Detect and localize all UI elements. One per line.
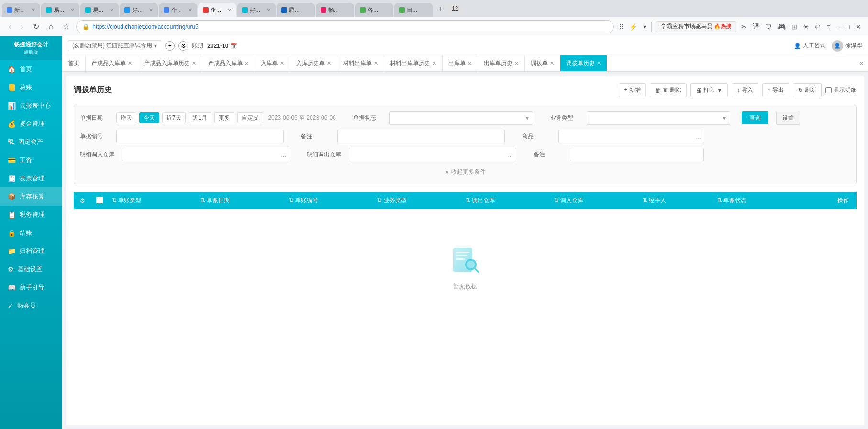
app-tab-in-history-close[interactable]: ✕ <box>327 60 331 66</box>
menu-icon[interactable]: ≡ <box>825 22 831 32</box>
new-tab-btn[interactable]: + <box>434 5 447 12</box>
print-dropdown-arrow[interactable]: ▼ <box>717 87 723 94</box>
delete-button[interactable]: 🗑 🗑 删除 <box>650 83 687 97</box>
app-tab-product-in2[interactable]: 产成品入库单 ✕ <box>202 55 255 71</box>
grid-icon[interactable]: ⊞ <box>790 22 798 32</box>
app-tab-transfer-history-close[interactable]: ✕ <box>597 60 601 66</box>
col-no[interactable]: ⇅ 单账编号 <box>285 192 374 209</box>
date-btn-today[interactable]: 今天 <box>139 112 159 123</box>
col-status[interactable]: ⇅ 单账状态 <box>713 192 802 209</box>
new-button[interactable]: + 新增 <box>619 83 645 97</box>
col-checkbox[interactable] <box>91 192 108 209</box>
tab-count-badge[interactable]: 12 <box>448 4 462 13</box>
app-tab-product-in2-close[interactable]: ✕ <box>245 60 249 66</box>
app-tab-material-out-history-close[interactable]: ✕ <box>432 60 436 66</box>
browser-tab-close-6[interactable]: ✕ <box>227 7 232 13</box>
dropdown-arrow[interactable]: ▾ <box>642 22 647 32</box>
cut-icon[interactable]: ✂ <box>740 22 748 32</box>
date-btn-month[interactable]: 近1月 <box>189 112 212 123</box>
col-biz-type[interactable]: ⇅ 业务类型 <box>373 192 462 209</box>
home-button[interactable]: ⌂ <box>46 21 56 33</box>
translate-icon[interactable]: 译 <box>752 22 760 32</box>
refresh-button[interactable]: ↻ 刷新 <box>793 83 822 97</box>
sidebar-item-tax[interactable]: 📋 税务管理 <box>0 206 62 224</box>
detail-out-dots[interactable]: ... <box>508 151 513 158</box>
sidebar-item-reports[interactable]: 📊 云报表中心 <box>0 97 62 115</box>
detail-out-input[interactable] <box>352 151 508 158</box>
show-all-checkbox[interactable] <box>825 87 832 93</box>
browser-tab-10[interactable]: 各... <box>355 3 393 17</box>
collapse-button[interactable]: ∧ 收起更多条件 <box>443 166 488 178</box>
browser-tab-close-3[interactable]: ✕ <box>110 7 114 13</box>
order-no-input[interactable] <box>116 130 284 143</box>
sidebar-item-funds[interactable]: 💰 资金管理 <box>0 115 62 133</box>
select-all-checkbox[interactable] <box>96 197 103 203</box>
detail-remark-input[interactable] <box>570 148 704 161</box>
sidebar-item-invoice[interactable]: 🧾 发票管理 <box>0 169 62 187</box>
back-button[interactable]: ‹ <box>6 21 14 33</box>
help-button[interactable]: 👤 人工咨询 <box>794 42 826 50</box>
browser-tab-4[interactable]: 好... ✕ <box>120 3 158 17</box>
col-type[interactable]: ⇅ 单账类型 <box>108 192 197 209</box>
sidebar-item-guide[interactable]: 📖 新手引导 <box>0 278 62 297</box>
app-tab-out-order-close[interactable]: ✕ <box>467 60 472 66</box>
minimize-icon[interactable]: − <box>835 22 841 32</box>
col-out-wh[interactable]: ⇅ 调出仓库 <box>462 192 550 209</box>
user-menu[interactable]: 👤 徐泽华 <box>832 40 862 52</box>
sidebar-item-wages[interactable]: 💳 工资 <box>0 151 62 169</box>
print-button[interactable]: 🖨 打印 ▼ <box>690 83 728 97</box>
sidebar-item-fixed[interactable]: 🏗 固定资产 <box>0 133 62 151</box>
extensions-icon[interactable]: ⠿ <box>618 22 624 32</box>
app-tab-out-history-close[interactable]: ✕ <box>514 60 519 66</box>
app-tab-material-out-close[interactable]: ✕ <box>374 60 378 66</box>
sidebar-item-inventory[interactable]: 📦 库存核算 <box>0 187 62 206</box>
sun-icon[interactable]: ☀ <box>802 22 810 32</box>
sidebar-item-ledger[interactable]: 📒 总账 <box>0 78 62 97</box>
reload-button[interactable]: ↻ <box>30 20 42 33</box>
export-button[interactable]: ↑ 导出 <box>762 83 789 97</box>
browser-tab-close-5[interactable]: ✕ <box>188 7 192 13</box>
bookmark-button[interactable]: ☆ <box>60 20 72 33</box>
col-date[interactable]: ⇅ 单账日期 <box>197 192 285 209</box>
browser-tab-8[interactable]: 腾... <box>277 3 315 17</box>
app-tab-out-order[interactable]: 出库单 ✕ <box>443 55 478 71</box>
app-tab-in-order[interactable]: 入库单 ✕ <box>255 55 290 71</box>
query-button[interactable]: 查询 <box>742 111 768 124</box>
app-tab-transfer[interactable]: 调拨单 ✕ <box>525 55 560 71</box>
app-tab-material-out[interactable]: 材料出库单 ✕ <box>337 55 384 71</box>
app-tab-home[interactable]: 首页 <box>62 55 86 71</box>
type-filter-select[interactable]: ▾ <box>587 111 730 125</box>
sidebar-item-home[interactable]: 🏠 首页 <box>0 60 62 78</box>
browser-tab-close-4[interactable]: ✕ <box>149 7 153 13</box>
app-tab-out-history[interactable]: 出库单历史 ✕ <box>478 55 525 71</box>
lightning-icon[interactable]: ⚡ <box>628 22 638 32</box>
col-settings-icon[interactable]: ⚙ <box>80 198 85 204</box>
goods-input[interactable] <box>562 133 696 140</box>
sidebar-item-member[interactable]: ✓ 畅会员 <box>0 297 62 315</box>
sidebar-item-archive[interactable]: 📁 归档管理 <box>0 242 62 260</box>
company-selector[interactable]: (勿删勿禁用) 江西服宝测试专用 ▾ <box>68 40 161 51</box>
browser-tab-11[interactable]: 目... <box>394 3 433 17</box>
date-btn-more[interactable]: 更多 <box>214 112 234 123</box>
browser-tab-7[interactable]: 好... ✕ <box>237 3 276 17</box>
app-tab-in-history[interactable]: 入库历史单 ✕ <box>290 55 337 71</box>
maximize-icon[interactable]: □ <box>845 22 851 32</box>
browser-tab-1[interactable]: 新... ✕ <box>2 3 40 17</box>
tab-nav-close-all[interactable]: ✕ <box>855 56 868 71</box>
settings-filter-button[interactable]: 设置 <box>776 111 800 125</box>
col-handler[interactable]: ⇅ 经手人 <box>639 192 713 209</box>
browser-tab-5[interactable]: 个... ✕ <box>159 3 197 17</box>
app-tab-product-in-close[interactable]: ✕ <box>128 60 132 66</box>
app-tab-product-in-history[interactable]: 产成品入库单历史 ✕ <box>138 55 202 71</box>
detail-in-input[interactable] <box>125 151 281 158</box>
browser-tab-3[interactable]: 易... ✕ <box>80 3 119 17</box>
status-filter-select[interactable]: ▾ <box>389 111 533 125</box>
app-tab-product-in-history-close[interactable]: ✕ <box>192 60 196 66</box>
browser-tab-close-2[interactable]: ✕ <box>70 7 75 13</box>
app-tab-in-order-close[interactable]: ✕ <box>280 60 284 66</box>
app-tab-transfer-close[interactable]: ✕ <box>550 60 554 66</box>
col-settings[interactable]: ⚙ <box>74 192 91 209</box>
undo-icon[interactable]: ↩ <box>814 22 822 32</box>
topbar-settings-button[interactable]: ⚙ <box>178 41 188 51</box>
date-btn-custom[interactable]: 自定义 <box>237 112 263 123</box>
